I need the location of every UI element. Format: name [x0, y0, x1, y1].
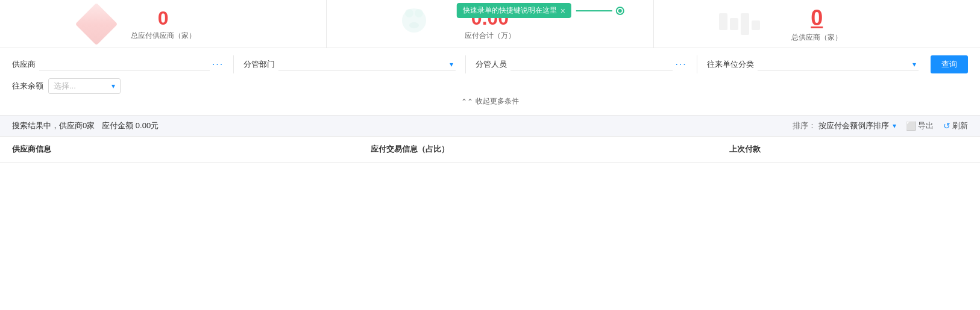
unit-category-chevron-icon: ▾ — [912, 60, 916, 69]
unit-category-label: 往来单位分类 — [707, 59, 754, 70]
diamond-icon — [81, 9, 112, 39]
col-header-transaction-info: 应付交易信息（占比） — [371, 144, 729, 155]
payable-amount-label: 应付合计（万） — [465, 31, 515, 41]
refresh-icon: ↺ — [943, 121, 950, 131]
payable-suppliers-label: 总应付供应商（家） — [131, 31, 196, 41]
balance-chevron-icon: ▾ — [112, 82, 115, 90]
col-header-supplier-info: 供应商信息 — [12, 144, 371, 155]
collapse-row: ⌃⌃ 收起更多条件 — [12, 94, 968, 110]
collapse-up-icon: ⌃⌃ — [461, 98, 473, 106]
tooltip-text: 快速录单的快捷键说明在这里 — [463, 5, 557, 16]
export-icon: ⬜ — [906, 121, 916, 131]
balance-placeholder: 选择... — [54, 81, 76, 91]
stats-bar: 0 总应付供应商（家） 快速录单的快捷键说明在这里 × 0.00 应付合计（万） — [0, 0, 980, 48]
result-summary-wrapper: 搜索结果中，供应商0家 应付金额 0.00元 — [12, 120, 159, 131]
stat-payable-suppliers: 0 总应付供应商（家） — [0, 0, 327, 48]
divider-1 — [233, 55, 234, 73]
export-button[interactable]: ⬜ 导出 — [906, 120, 934, 131]
divider-2 — [465, 55, 466, 73]
tooltip-bubble: 快速录单的快捷键说明在这里 × — [457, 3, 571, 18]
balance-label: 往来余额 — [12, 81, 43, 91]
total-suppliers-count: 0 — [811, 5, 823, 31]
unit-category-field: 往来单位分类 ▾ — [707, 59, 919, 70]
query-button[interactable]: 查询 — [931, 55, 968, 73]
balance-select[interactable]: 选择... ▾ — [48, 78, 121, 94]
supplier-field: 供应商 ··· — [12, 58, 224, 70]
total-suppliers-label: 总供应商（家） — [791, 33, 842, 43]
table-area: 供应商信息 应付交易信息（占比） 上次付款 — [0, 137, 980, 310]
tooltip-dot — [617, 8, 623, 14]
tooltip-wrapper: 快速录单的快捷键说明在这里 × — [457, 3, 623, 18]
tooltip-close-btn[interactable]: × — [561, 6, 565, 16]
money-icon — [398, 5, 430, 43]
stat-total-suppliers: 0 总供应商（家） — [654, 0, 980, 48]
refresh-button[interactable]: ↺ 刷新 — [943, 120, 968, 131]
stat-payable-amount: 快速录单的快捷键说明在这里 × 0.00 应付合计（万） — [327, 0, 653, 48]
tooltip-line — [576, 10, 612, 11]
department-chevron-icon: ▾ — [450, 60, 453, 69]
table-header: 供应商信息 应付交易信息（占比） 上次付款 — [0, 137, 980, 163]
table-body — [0, 163, 980, 310]
svg-point-2 — [415, 9, 423, 17]
filter-row-1: 供应商 ··· 分管部门 ▾ 分管人员 ··· 往来单位分类 ▾ — [12, 55, 968, 73]
supplier-label: 供应商 — [12, 59, 36, 70]
supplier-input[interactable] — [39, 58, 210, 70]
person-field: 分管人员 ··· — [476, 58, 687, 70]
department-select[interactable]: ▾ — [278, 59, 455, 70]
result-actions: 排序： 按应付会额倒序排序 ▾ ⬜ 导出 ↺ 刷新 — [793, 120, 968, 131]
svg-point-1 — [405, 9, 413, 17]
divider-3 — [697, 55, 697, 73]
supplier-dots-btn[interactable]: ··· — [212, 59, 224, 70]
person-input[interactable] — [510, 58, 673, 70]
person-label: 分管人员 — [476, 59, 507, 70]
result-bar: 搜索结果中，供应商0家 应付金额 0.00元 排序： 按应付会额倒序排序 ▾ ⬜… — [0, 116, 980, 137]
svg-point-3 — [409, 22, 419, 28]
department-field: 分管部门 ▾ — [243, 59, 455, 70]
person-dots-btn[interactable]: ··· — [675, 59, 686, 70]
result-summary-text: 搜索结果中，供应商0家 — [12, 120, 95, 131]
collapse-button[interactable]: ⌃⌃ 收起更多条件 — [461, 96, 519, 107]
collapse-label: 收起更多条件 — [476, 96, 519, 107]
filter-bar: 供应商 ··· 分管部门 ▾ 分管人员 ··· 往来单位分类 ▾ — [0, 48, 980, 116]
sort-value[interactable]: 按应付会额倒序排序 — [818, 120, 889, 131]
export-label: 导出 — [918, 120, 934, 131]
department-label: 分管部门 — [243, 59, 275, 70]
sort-label: 排序： — [793, 120, 816, 131]
payable-suppliers-count: 0 — [158, 7, 169, 29]
sort-chevron-icon: ▾ — [893, 122, 896, 130]
result-amount-text: 应付金额 0.00元 — [102, 120, 159, 131]
filter-row-2: 往来余额 选择... ▾ — [12, 78, 968, 94]
col-header-last-payment: 上次付款 — [729, 144, 969, 155]
refresh-label: 刷新 — [952, 120, 968, 131]
unit-category-select[interactable]: ▾ — [758, 59, 919, 70]
sort-wrapper: 排序： 按应付会额倒序排序 ▾ — [793, 120, 896, 131]
